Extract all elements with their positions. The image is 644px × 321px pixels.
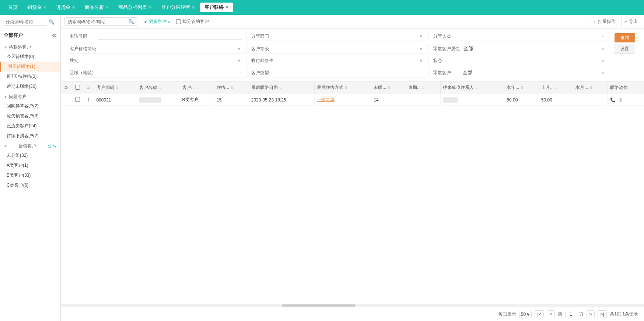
refresh-icon[interactable]: ↻ (47, 144, 51, 149)
sidebar-item-churn-warning[interactable]: 流失预警客户(3) (0, 111, 60, 121)
sidebar-search-input[interactable] (3, 18, 47, 26)
page-input[interactable] (565, 311, 576, 318)
more-icon[interactable]: ⊞ (619, 97, 622, 103)
phone-icon[interactable]: 📞 (610, 97, 616, 103)
col-contact-count[interactable]: 联络... ⇅ (214, 82, 249, 94)
col-settings[interactable]: ⚙ (61, 82, 72, 94)
set-button[interactable]: 设置 (614, 44, 635, 54)
row-check[interactable] (75, 97, 80, 102)
sort-icon[interactable]: ⇅ (475, 86, 478, 90)
col-this-month[interactable]: 本月... ⇅ (573, 82, 608, 94)
next-page-button[interactable]: > (587, 310, 595, 318)
sort-icon[interactable]: ⇅ (115, 86, 118, 90)
row-checkbox[interactable] (72, 94, 83, 106)
sort-icon[interactable]: ⇅ (231, 86, 234, 90)
close-icon[interactable]: ✕ (72, 5, 75, 10)
filter-dept-select[interactable]: ∨ (279, 33, 424, 39)
filter-retail-customer-select[interactable]: 全部 ∨ (461, 69, 606, 77)
col-last-contact-way[interactable]: 最后联络方式 ⇅ (314, 82, 371, 94)
sort-icon[interactable]: ⇅ (589, 86, 592, 90)
select-all-checkbox[interactable] (75, 85, 80, 90)
sidebar-item-ungrouped[interactable]: 未分组(32) (0, 151, 60, 160)
search-box[interactable]: 🔍 (64, 17, 138, 26)
first-page-button[interactable]: |< (535, 310, 544, 318)
my-customers-check[interactable] (176, 19, 181, 24)
nav-sales[interactable]: 销货单 ✕ (23, 3, 51, 12)
filter-phone: 电话号码 (67, 32, 245, 41)
sort-icon[interactable]: ⇅ (555, 86, 558, 90)
search-icon[interactable]: 🔍 (49, 19, 55, 25)
col-uncontacted[interactable]: 未联... ⇅ (371, 82, 406, 94)
sidebar-item-churned[interactable]: 已流失客户(24) (0, 121, 60, 131)
sidebar-item-declining[interactable]: 持续下滑客户(2) (0, 131, 60, 141)
last-page-button[interactable]: >| (598, 310, 607, 318)
sort-icon[interactable]: ⇅ (422, 86, 425, 90)
col-overdue[interactable]: 逾期... ⇅ (406, 82, 440, 94)
col-last-month[interactable]: 上月... ⇅ (539, 82, 573, 94)
filter-customer-type-select[interactable] (279, 72, 424, 73)
row-last-contact-way[interactable]: 下销货单 (314, 94, 371, 106)
prev-page-button[interactable]: < (547, 310, 555, 318)
close-icon[interactable]: ✕ (105, 5, 109, 10)
nav-customer-segment[interactable]: 客户分层经营 ✕ (157, 3, 199, 12)
collapse-icon[interactable]: ≪ (51, 32, 57, 38)
sidebar-item-overdue-pending[interactable]: 逾期未联络(30) (0, 82, 60, 92)
scroll-thumb[interactable] (282, 304, 356, 307)
row-last-contact-date: 2023-05-23 18:25: (249, 94, 314, 106)
filter-phone-input[interactable] (98, 33, 242, 40)
sidebar-item-today-pending[interactable]: 今天待联络(0) (0, 52, 60, 62)
col-contact-person[interactable]: 往来单位联系人 ⇅ (440, 82, 504, 94)
sidebar-item-tomorrow-pending[interactable]: 明天待联络(1) (0, 62, 60, 72)
ellipsis-icon[interactable]: ··· (238, 70, 242, 75)
per-page-select[interactable]: 50 ∨ (519, 311, 532, 318)
filter-row-1: 电话号码 分管部门 ∨ 分管人员 (67, 32, 609, 41)
sort-icon[interactable]: ⇅ (388, 86, 391, 90)
horizontal-scrollbar[interactable] (61, 304, 644, 307)
more-filter-button[interactable]: ▼ 更多条件 ∧ (141, 17, 173, 26)
sort-icon[interactable]: ⇅ (196, 86, 199, 90)
sidebar-item-repurchase-abnormal[interactable]: 回购异常客户(2) (0, 101, 60, 111)
nav-customer-contact[interactable]: 客户联络 ✕ (200, 3, 233, 12)
sidebar-item-b-class[interactable]: B类客户(33) (0, 170, 60, 180)
filter-row-3: 性别 ∨ 收付款条件 ∨ (67, 56, 609, 65)
filter-payment-select[interactable]: ∨ (279, 58, 424, 64)
nav-purchase[interactable]: 进货单 ✕ (52, 3, 80, 12)
col-checkbox[interactable] (72, 82, 83, 94)
batch-op-button[interactable]: ☑ 批量操作 (590, 17, 618, 26)
query-button[interactable]: 查询 (615, 33, 635, 42)
nav-product-analysis[interactable]: 商品分析 ✕ (80, 3, 113, 12)
sort-icon[interactable]: ⇅ (158, 86, 161, 90)
my-customers-checkbox[interactable]: 我分管的客户 (176, 18, 209, 25)
row-name: Ea (137, 94, 180, 106)
close-icon[interactable]: ✕ (43, 5, 46, 10)
sidebar-item-a-class[interactable]: A类客户(1) (0, 160, 60, 170)
ellipsis-icon[interactable]: ··· (602, 34, 606, 39)
filter-gender-select[interactable]: ∨ (98, 58, 242, 64)
search-input[interactable] (68, 19, 127, 24)
filter-price-level-select[interactable]: ∨ (98, 46, 242, 52)
sidebar-group-problem: 问题客户 (0, 92, 60, 101)
col-customer-name[interactable]: 客户名称 ⇅ (137, 82, 180, 94)
export-button[interactable]: ↗ 导出 (621, 17, 640, 26)
close-icon[interactable]: ✕ (192, 5, 195, 10)
filter-status-select[interactable]: ∨ (461, 58, 606, 64)
filter-retail-attr-select[interactable]: 全部 ∨ (462, 45, 606, 53)
col-this-year[interactable]: 本年... ⇅ (504, 82, 539, 94)
close-icon[interactable]: ✕ (148, 5, 152, 10)
sidebar-all-customers[interactable]: 全部客户 ≪ (0, 29, 60, 42)
sort-icon[interactable]: ⇅ (521, 86, 524, 90)
filter-customer-level-select[interactable]: ∨ (279, 46, 424, 52)
nav-home[interactable]: 首页 (4, 3, 22, 12)
search-icon[interactable]: 🔍 (128, 19, 134, 24)
nav-product-analysis-list[interactable]: 商品分析列表 ✕ (114, 3, 156, 12)
sidebar-item-7days-pending[interactable]: 近7天待联络(0) (0, 72, 60, 82)
sort-icon[interactable]: ⇅ (279, 86, 282, 90)
close-icon[interactable]: ✕ (225, 5, 228, 10)
sidebar-item-c-class[interactable]: C类客户(6) (0, 180, 60, 190)
col-customer-type[interactable]: 客户... ⇅ (180, 82, 214, 94)
row-no: 1 (83, 94, 94, 106)
col-last-contact-date[interactable]: 最后联络日期 ⇅ (249, 82, 314, 94)
edit-icon[interactable]: ✎ (53, 144, 57, 149)
sort-icon[interactable]: ⇅ (344, 86, 347, 90)
col-customer-code[interactable]: 客户编码 ⇅ (94, 82, 137, 94)
